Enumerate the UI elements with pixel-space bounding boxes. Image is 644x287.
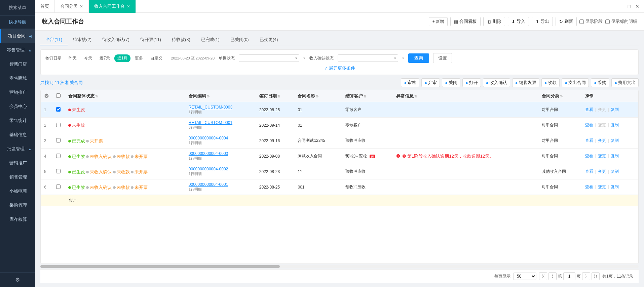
tab-home[interactable]: 首页 [35, 0, 55, 13]
filter-expand-btn[interactable]: ✓ 展开更多条件 [324, 65, 355, 71]
op-copy[interactable]: 复制 [611, 123, 619, 127]
contract-code-link[interactable]: RETAIL_CUSTOM-0003 [189, 105, 253, 110]
sort-status[interactable]: ⇅ [95, 94, 98, 98]
window-close-btn[interactable]: ✕ [635, 4, 640, 9]
contract-code-link[interactable]: 0000000000004-0004 [189, 136, 253, 140]
op-view[interactable]: 查看 [585, 169, 593, 174]
filter-set-btn[interactable]: 设置 [433, 53, 452, 63]
sidebar-item-retailshop[interactable]: 零售商城 [0, 71, 35, 85]
row-checkbox[interactable] [53, 118, 65, 133]
sidebar-item-batch[interactable]: 批发管理 ▲ [0, 142, 35, 156]
row-checkbox[interactable] [53, 164, 65, 179]
op-view[interactable]: 查看 [585, 184, 593, 189]
sort-customer[interactable]: ⇅ [364, 94, 366, 98]
import-btn[interactable]: ⬇ 导入 [508, 17, 529, 26]
table-settings-icon[interactable]: ⚙ [44, 93, 49, 99]
op-change[interactable]: 变更 [598, 138, 606, 143]
status-tab-pending-payment[interactable]: 待收款(8) [166, 35, 196, 45]
action-expense-out-btn[interactable]: ● 费用支出 [611, 78, 639, 87]
status-tab-all[interactable]: 全部(11) [40, 35, 68, 45]
sidebar-item-xiaoepay[interactable]: 小畅电商 [0, 184, 35, 198]
row-checkbox[interactable] [53, 179, 65, 195]
export-btn[interactable]: ⬆ 导出 [532, 17, 553, 26]
row-checkbox[interactable] [53, 102, 65, 118]
contract-code-link[interactable]: 0000000000004-0003 [189, 151, 253, 156]
horizontal-scrollbar[interactable] [40, 265, 639, 268]
page-prev-btn[interactable]: ⟨ [548, 272, 557, 280]
sidebar-settings[interactable]: ⚙ [0, 272, 35, 287]
delete-btn[interactable]: 🗑 删除 [483, 17, 505, 26]
status-tab-changed[interactable]: 已变更(4) [254, 35, 283, 45]
action-sales-invoice-btn[interactable]: ● 销售发票 [512, 78, 539, 87]
tab-contract-category[interactable]: 合同分类 ✕ [55, 0, 89, 13]
op-view[interactable]: 查看 [585, 138, 593, 143]
select-all-checkbox[interactable] [56, 93, 61, 98]
status-tab-completed[interactable]: 已完成(1) [196, 35, 225, 45]
contract-code-link[interactable]: RETAIL_CUSTOM-0001 [189, 120, 253, 125]
contract-code-link[interactable]: 0000000000004-0001 [189, 182, 253, 187]
sidebar-item-stats[interactable]: 零售统计 [0, 114, 35, 128]
sort-date[interactable]: ⇅ [277, 94, 280, 98]
sidebar-item-retail[interactable]: 零售管理 ▲ [0, 43, 35, 57]
row-checkbox[interactable] [53, 133, 65, 149]
sidebar-item-batchmarketing[interactable]: 营销推广 [0, 156, 35, 170]
filter-date-custom[interactable]: 自定义 [147, 54, 165, 62]
status-tab-pending-confirm[interactable]: 待收入确认(7) [97, 35, 135, 45]
show-fields-checkbox[interactable]: 显示阶段 [579, 18, 603, 25]
action-review-btn[interactable]: ● 审核 [401, 78, 419, 87]
action-collection-btn[interactable]: ● 收款 [541, 78, 560, 87]
th-checkbox[interactable] [53, 90, 65, 102]
filter-date-more[interactable]: 更多 [132, 54, 146, 62]
op-change[interactable]: 变更 [598, 123, 606, 127]
status-tab-pending-review[interactable]: 待审核(2) [68, 35, 97, 45]
op-copy[interactable]: 复制 [611, 184, 619, 189]
action-open-btn[interactable]: ● 打开 [462, 78, 481, 87]
sidebar-search[interactable]: 搜索菜单 [0, 0, 35, 16]
action-close-btn[interactable]: ● 关闭 [442, 78, 460, 87]
sidebar-item-sales[interactable]: 销售管理 [0, 170, 35, 184]
page-last-btn[interactable]: ⟩⟩ [592, 272, 600, 280]
th-settings[interactable]: ⚙ [41, 90, 53, 102]
op-view[interactable]: 查看 [585, 107, 593, 112]
sort-category[interactable]: ⇅ [560, 94, 563, 98]
sidebar-item-marketing[interactable]: 营销推广 [0, 85, 35, 99]
scrollbar-thumb[interactable] [40, 265, 280, 268]
filter-date-today[interactable]: 今天 [81, 54, 95, 62]
op-copy[interactable]: 复制 [611, 169, 619, 174]
op-change[interactable]: 变更 [598, 169, 606, 174]
op-change[interactable]: 变更 [598, 154, 606, 158]
contract-code-link[interactable]: 0000000000004-0002 [189, 167, 253, 171]
panel-btn[interactable]: ▦ 合同看板 [450, 17, 481, 26]
refresh-btn[interactable]: ↻ 刷新 [556, 17, 577, 26]
filter-date-last1month[interactable]: 近1月 [114, 54, 131, 62]
tab-close-income-contract[interactable]: ✕ [127, 4, 130, 9]
op-copy[interactable]: 复制 [611, 107, 619, 112]
op-copy[interactable]: 复制 [611, 138, 619, 143]
page-first-btn[interactable]: ⟨⟨ [539, 272, 547, 280]
window-min-btn[interactable]: — [618, 4, 624, 9]
sort-name[interactable]: ⇅ [316, 94, 318, 98]
op-view[interactable]: 查看 [585, 154, 593, 158]
action-purchase-btn[interactable]: ● 采购 [591, 78, 609, 87]
sort-code[interactable]: ⇅ [207, 94, 210, 98]
status-tab-closed[interactable]: 已关闭(0) [225, 35, 254, 45]
action-abandon-btn[interactable]: ● 弃审 [421, 78, 440, 87]
sidebar-quick-nav[interactable]: 快捷导航 [0, 16, 35, 29]
show-detail-checkbox[interactable]: 显示标的明细 [605, 18, 637, 25]
op-copy[interactable]: 复制 [611, 154, 619, 158]
sidebar-item-member[interactable]: 会员中心 [0, 99, 35, 114]
filter-date-last7[interactable]: 近7天 [97, 54, 113, 62]
op-change[interactable]: 变更 [598, 107, 606, 112]
sidebar-item-basic[interactable]: 基础信息 [0, 128, 35, 142]
sort-abnormal[interactable]: ⇅ [414, 94, 417, 98]
action-income-confirm-btn[interactable]: ● 收入确认 [483, 78, 510, 87]
sidebar-item-smart[interactable]: 智慧门店 [0, 57, 35, 71]
action-expense-contract-btn[interactable]: ● 支出合同 [562, 78, 589, 87]
add-btn[interactable]: + 新增 [429, 17, 448, 26]
filter-confirm-status-select[interactable] [338, 54, 398, 62]
op-view[interactable]: 查看 [585, 123, 593, 127]
status-tab-pending-invoice[interactable]: 待开票(11) [135, 35, 166, 45]
sidebar-item-inventory[interactable]: 库存核算 [0, 212, 35, 227]
sidebar-item-purchase[interactable]: 采购管理 [0, 198, 35, 212]
page-next-btn[interactable]: ⟩ [582, 272, 590, 280]
